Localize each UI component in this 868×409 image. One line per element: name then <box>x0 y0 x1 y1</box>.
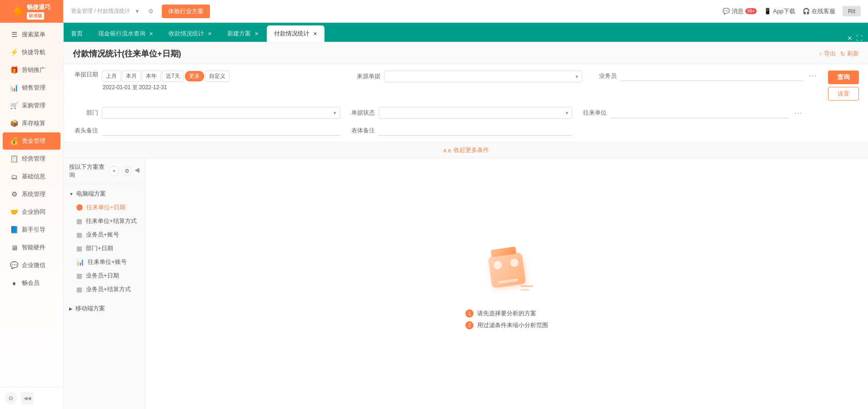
header-remark-input[interactable] <box>102 125 340 136</box>
close-receipt-icon[interactable]: ✕ <box>208 31 212 37</box>
scheme-panel: 按以下方案查询 + ⚙ ◀ <box>64 158 145 409</box>
user-menu-btn[interactable]: Rit <box>843 6 861 16</box>
sidebar-item-marketing[interactable]: 🎁 营销推广 <box>3 61 60 79</box>
payment-label: 付款情况统计 <box>274 30 309 38</box>
sidebar-item-basic[interactable]: 🗂 基础信息 <box>3 168 60 185</box>
sidebar-item-finance[interactable]: 💰 资金管理 <box>3 132 60 150</box>
empty-illustration <box>470 238 543 302</box>
scheme-item-3[interactable]: ▦ 部门+日期 <box>64 242 145 255</box>
sidebar-menu: ☰ 搜索菜单 ⚡ 快捷导航 🎁 营销推广 📊 销售管理 🛒 采购管理 📦 库存核… <box>0 23 63 387</box>
page-content: 付款情况统计(往来单位+日期) ↑ 导出 ↻ 刷新 单据日期 <box>64 42 868 409</box>
scheme-item-1[interactable]: ▦ 往来单位+结算方式 <box>64 214 145 228</box>
tab-bank[interactable]: 现金银行流水查询 ✕ <box>91 25 160 42</box>
receipt-label: 收款情况统计 <box>169 30 204 38</box>
sidebar-item-label: 销售管理 <box>22 84 45 92</box>
search-icon: ☰ <box>10 30 18 39</box>
body-remark-label: 表体备注 <box>349 126 375 135</box>
robot-mouth <box>498 278 518 283</box>
sidebar-item-member[interactable]: ♦ 畅会员 <box>3 274 60 292</box>
sidebar-item-wechat[interactable]: 💬 企业微信 <box>3 257 60 274</box>
counterpart-dots-btn[interactable]: ··· <box>793 108 804 118</box>
sidebar-settings-btn[interactable]: ⚙ <box>5 392 17 404</box>
online-service-btn[interactable]: 🎧 在线客服 <box>803 7 835 15</box>
collapse-up-icon: ∧∧ <box>443 147 452 154</box>
scheme-item-label: 往来单位+日期 <box>86 203 125 212</box>
scheme-item-label: 往来单位+结算方式 <box>86 217 137 225</box>
sidebar-item-purchase[interactable]: 🛒 采购管理 <box>3 97 60 114</box>
tab-new-scheme[interactable]: 新建方案 ✕ <box>220 25 266 42</box>
dept-select[interactable] <box>102 107 340 119</box>
sidebar-collapse-btn[interactable]: ◀◀ <box>21 392 34 404</box>
sidebar-item-label: 系统管理 <box>22 190 45 198</box>
filter-area: 单据日期 上月 本月 本年 近7天 更多 自定义 2022-01-01 至 20… <box>64 64 868 142</box>
app-download-btn[interactable]: 📱 App下载 <box>764 7 795 15</box>
close-new-scheme-icon[interactable]: ✕ <box>254 31 259 37</box>
sidebar-item-hardware[interactable]: 🖥 智能硬件 <box>3 239 60 256</box>
tab-receipt[interactable]: 收款情况统计 ✕ <box>161 25 219 42</box>
collapse-bar[interactable]: ∧∧ 收起更多条件 <box>64 142 868 158</box>
trial-btn[interactable]: 体验行业方案 <box>162 5 210 18</box>
page-header-actions: ↑ 导出 ↻ 刷新 <box>819 50 859 58</box>
sidebar-item-operation[interactable]: 📋 经营管理 <box>3 150 60 167</box>
hint-text-1: 请先选择要分析的方案 <box>477 309 536 318</box>
panel-collapse-icon: ◀ <box>135 166 140 173</box>
last-7days-btn[interactable]: 近7天 <box>162 71 184 82</box>
scheme-item-0[interactable]: 往来单位+日期 <box>64 201 145 214</box>
scheme-item-5[interactable]: ▦ 业务员+日期 <box>64 269 145 283</box>
breadcrumb: 资金管理 / 付款情况统计 <box>71 7 130 15</box>
scheme-panel-header-label: 按以下方案查询 <box>69 163 109 179</box>
tabs-bar: 首页 现金银行流水查询 ✕ 收款情况统计 ✕ 新建方案 ✕ 付款情况统计 ✕ ✕… <box>64 23 868 42</box>
status-select[interactable] <box>379 107 573 119</box>
add-scheme-btn[interactable]: + <box>109 166 119 176</box>
sidebar-item-guide[interactable]: 📘 新手引导 <box>3 221 60 238</box>
last-month-btn[interactable]: 上月 <box>102 71 121 82</box>
topbar-right: 💬 消息 99+ 📱 App下载 🎧 在线客服 Rit <box>723 6 861 16</box>
refresh-icon: ↻ <box>840 50 845 57</box>
sidebar-item-sales[interactable]: 📊 销售管理 <box>3 79 60 96</box>
source-select[interactable] <box>384 71 583 82</box>
salesman-dots-btn[interactable]: ··· <box>807 71 819 81</box>
tab-payment[interactable]: 付款情况统计 ✕ <box>267 25 324 42</box>
company-icon: 🤝 <box>10 208 18 216</box>
bank-label: 现金银行流水查询 <box>98 30 145 38</box>
close-bank-icon[interactable]: ✕ <box>149 31 153 37</box>
refresh-btn[interactable]: ↻ 刷新 <box>840 50 859 58</box>
scheme-item-6[interactable]: ▦ 业务员+结算方式 <box>64 283 145 296</box>
dept-label: 部门 <box>73 109 98 117</box>
panel-collapse-btn[interactable]: ◀ <box>135 166 140 176</box>
counterpart-input[interactable] <box>610 108 789 118</box>
sidebar-item-label: 经营管理 <box>22 155 45 163</box>
date-label: 单据日期 <box>73 71 98 79</box>
more-btn[interactable]: 更多 <box>185 71 204 81</box>
sidebar-item-system[interactable]: ⚙ 系统管理 <box>3 186 60 203</box>
service-label: 在线客服 <box>812 7 835 15</box>
sidebar-item-search[interactable]: ☰ 搜索菜单 <box>3 26 60 43</box>
close-window-btn[interactable]: ✕ <box>847 35 853 42</box>
wechat-icon: 💬 <box>10 261 18 269</box>
settings-btn[interactable]: 设置 <box>828 87 859 101</box>
close-payment-icon[interactable]: ✕ <box>313 31 317 37</box>
salesman-input[interactable] <box>620 71 803 81</box>
sidebar-item-quick-nav[interactable]: ⚡ 快捷导航 <box>3 44 60 61</box>
scheme-group-pc-header[interactable]: ▼ 电脑端方案 <box>64 187 145 201</box>
this-month-btn[interactable]: 本月 <box>122 71 141 82</box>
topbar-gear-btn[interactable]: ⚙ <box>145 5 157 18</box>
tab-home[interactable]: 首页 <box>64 25 90 42</box>
this-year-btn[interactable]: 本年 <box>142 71 161 82</box>
hint-num-2: 2 <box>465 321 474 329</box>
query-btn[interactable]: 查询 <box>828 71 859 84</box>
scheme-item-2[interactable]: ▦ 业务员+账号 <box>64 228 145 242</box>
body-remark-input[interactable] <box>379 125 573 136</box>
maximize-btn[interactable]: ⛶ <box>856 35 863 42</box>
scheme-group-mobile-header[interactable]: ▶ 移动端方案 <box>64 302 145 315</box>
dept-select-wrap <box>102 107 340 119</box>
custom-btn[interactable]: 自定义 <box>205 71 229 82</box>
sidebar-item-company[interactable]: 🤝 企业协同 <box>3 203 60 221</box>
export-btn[interactable]: ↑ 导出 <box>819 50 836 58</box>
scheme-panel-header: 按以下方案查询 + ⚙ ◀ <box>64 158 145 184</box>
scheme-item-4[interactable]: 📊 往来单位+账号 <box>64 255 145 269</box>
scheme-settings-btn[interactable]: ⚙ <box>122 166 132 176</box>
salesman-label: 业务员 <box>591 72 617 80</box>
sidebar-item-inventory[interactable]: 📦 库存核算 <box>3 115 60 132</box>
messages-btn[interactable]: 💬 消息 99+ <box>723 7 757 15</box>
